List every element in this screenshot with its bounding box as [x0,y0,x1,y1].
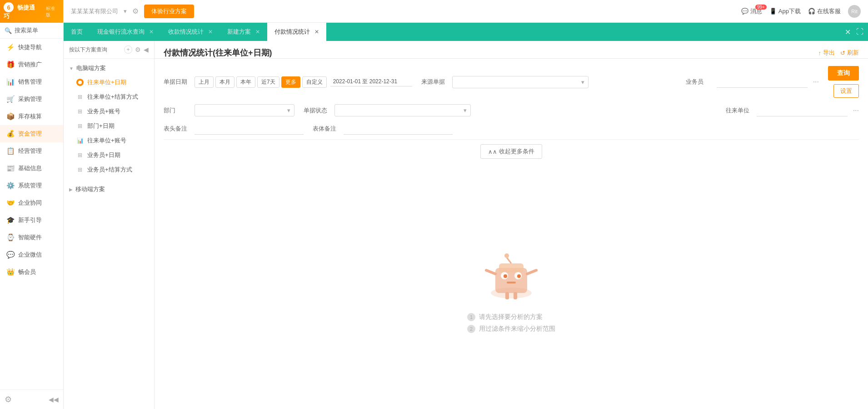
tab-new-scheme[interactable]: 新建方案 ✕ [220,23,267,41]
date-btn-last-month[interactable]: 上月 [195,76,214,88]
settings-icon[interactable]: ⚙ [132,7,139,15]
refresh-button[interactable]: ↺ 刷新 [840,49,859,57]
sidebar-search[interactable]: 🔍 搜索菜单 [0,23,63,39]
settings-icon[interactable]: ⚙ [5,394,12,404]
close-all-tabs-icon[interactable]: ✕ [845,28,851,36]
add-scheme-icon[interactable]: + [124,45,132,54]
tab-close-payment-stats[interactable]: ✕ [314,29,319,35]
body-note-input[interactable] [344,123,453,135]
header-note-input[interactable] [195,123,304,135]
sidebar-header: 6 畅捷通巧 标准版 [0,0,63,23]
trial-button[interactable]: 体验行业方案 [144,5,194,18]
scheme-item-partner-date[interactable]: 往来单位+日期 [64,75,154,90]
header-note-label: 表头备注 [164,125,191,133]
partner-input[interactable] [757,105,848,116]
maximize-icon[interactable]: ⛶ [856,28,863,36]
svg-line-8 [486,270,495,274]
sidebar-item-weixin[interactable]: 💬 企业微信 [0,246,63,263]
dept-select[interactable]: ▾ [195,104,294,116]
partner-dots[interactable]: ··· [853,106,859,115]
svg-rect-7 [507,282,516,283]
sidebar-item-hardware[interactable]: ⌚ 智能硬件 [0,229,63,246]
scheme-item-staff-settle[interactable]: ⊞ 业务员+结算方式 [64,162,154,177]
scheme-group-desktop-label: 电脑端方案 [76,64,106,72]
message-button[interactable]: 💬 消息 99+ [741,7,762,15]
sidebar-item-label: 新手引导 [18,216,42,224]
settings-button[interactable]: 设置 [833,84,859,98]
page-header-actions: ↑ 导出 ↺ 刷新 [818,49,859,57]
tip-num-1: 1 [467,313,475,321]
tab-bank-flow[interactable]: 现金银行流水查询 ✕ [90,23,161,41]
empty-tip-2: 2 用过滤条件来缩小分析范围 [467,325,555,333]
scheme-item-dept-date[interactable]: ⊞ 部门+日期 [64,119,154,133]
scheme-group-mobile-header[interactable]: ▶ 移动端方案 [64,182,154,196]
date-btn-custom[interactable]: 自定义 [302,76,327,88]
sidebar-item-marketing[interactable]: 🎁 营销推广 [0,56,63,73]
date-btn-this-year[interactable]: 本年 [236,76,255,88]
sidebar-item-system[interactable]: ⚙️ 系统管理 [0,177,63,194]
tab-home[interactable]: 首页 [64,23,90,41]
filter-bill-status: 单据状态 ▾ [304,104,717,116]
svg-line-9 [527,270,536,274]
empty-state: 1 请先选择要分析的方案 2 用过滤条件来缩小分析范围 [155,171,868,409]
partner-label: 往来单位 [726,106,753,115]
export-button[interactable]: ↑ 导出 [818,49,835,57]
collapse-sidebar-icon[interactable]: ◀◀ [49,396,59,403]
sidebar-item-sales[interactable]: 📊 销售管理 [0,73,63,91]
scheme-group-desktop-header[interactable]: ▼ 电脑端方案 [64,61,154,75]
tab-close-receipt-stats[interactable]: ✕ [208,29,213,35]
tip-num-2: 2 [467,325,475,333]
tab-receipt-stats[interactable]: 收款情况统计 ✕ [161,23,220,41]
sidebar-item-purchase[interactable]: 🛒 采购管理 [0,91,63,108]
salesperson-dots[interactable]: ··· [813,78,819,86]
user-avatar[interactable]: Rit [848,5,861,18]
sidebar-item-label: 采购管理 [18,95,42,103]
scheme-item-partner-settle[interactable]: ⊞ 往来单位+结算方式 [64,90,154,104]
collapse-button[interactable]: ∧∧ 收起更多条件 [480,144,542,159]
sidebar-item-guide[interactable]: 🎓 新手引导 [0,212,63,229]
date-btn-7days[interactable]: 近7天 [257,76,279,88]
online-service-button[interactable]: 🎧 在线客服 [808,7,841,15]
chevron-down-icon: ▾ [287,107,290,114]
topbar: 某某某某有限公司 ▾ ⚙ 体验行业方案 💬 消息 99+ 📱 App下载 🎧 在… [64,0,868,23]
scheme-item-staff-date[interactable]: ⊞ 业务员+日期 [64,148,154,162]
tabbar-actions: ✕ ⛶ [840,23,868,41]
filter-row-2: 部门 ▾ 单据状态 ▾ 往来单位 [164,104,859,116]
sidebar-item-label: 快捷导航 [18,43,42,51]
bill-status-select[interactable]: ▾ [334,104,471,116]
sidebar-item-enterprise[interactable]: 🤝 企业协同 [0,194,63,212]
salesperson-input[interactable] [717,76,808,88]
sidebar-item-quick-nav[interactable]: ⚡ 快捷导航 [0,39,63,56]
date-btn-this-month[interactable]: 本月 [215,76,234,88]
refresh-icon: ↺ [840,50,845,56]
scheme-settings-icon[interactable]: ⚙ [135,46,141,53]
sidebar-item-capital[interactable]: 💰 资金管理 [0,125,63,142]
sidebar-item-basic[interactable]: 📰 基础信息 [0,160,63,177]
tab-close-bank-flow[interactable]: ✕ [149,29,154,35]
app-download-button[interactable]: 📱 App下载 [769,7,801,15]
query-button[interactable]: 查询 [828,66,859,81]
scheme-item-partner-account[interactable]: 📊 往来单位+账号 [64,133,154,148]
scheme-panel: 按以下方案查询 + ⚙ ◀ ▼ 电脑端方案 往来单位+日期 [64,41,155,409]
main-content: 付款情况统计(往来单位+日期) ↑ 导出 ↺ 刷新 [155,41,868,409]
tab-close-new-scheme[interactable]: ✕ [255,29,260,35]
date-btn-more[interactable]: 更多 [281,76,300,88]
quick-nav-icon: ⚡ [6,43,15,51]
scheme-group-desktop: ▼ 电脑端方案 往来单位+日期 ⊞ 往来单位+结算方式 ⊞ [64,59,154,180]
sidebar-item-member[interactable]: 👑 畅会员 [0,263,63,281]
date-buttons: 上月 本月 本年 近7天 更多 自定义 [195,76,327,88]
sidebar-item-label: 基础信息 [18,164,42,172]
company-dropdown-icon[interactable]: ▾ [124,8,127,15]
date-range-input[interactable] [330,78,412,86]
topbar-right: 💬 消息 99+ 📱 App下载 🎧 在线客服 Rit [741,5,861,18]
tab-payment-stats[interactable]: 付款情况统计 ✕ [267,23,326,41]
sidebar-item-inventory[interactable]: 📦 库存核算 [0,108,63,125]
source-bill-select[interactable]: ▾ [452,76,589,88]
sidebar-item-label: 企业协同 [18,199,42,207]
sidebar: 6 畅捷通巧 标准版 🔍 搜索菜单 ⚡ 快捷导航 🎁 营销推广 📊 销售管理 🛒… [0,0,64,409]
scheme-item-staff-account[interactable]: ⊞ 业务员+账号 [64,104,154,119]
scheme-item-label: 业务员+结算方式 [87,166,132,174]
filter-bill-date: 单据日期 上月 本月 本年 近7天 更多 自定义 [164,76,412,88]
sidebar-item-operations[interactable]: 📋 经营管理 [0,142,63,160]
scheme-collapse-icon[interactable]: ◀ [144,46,149,53]
